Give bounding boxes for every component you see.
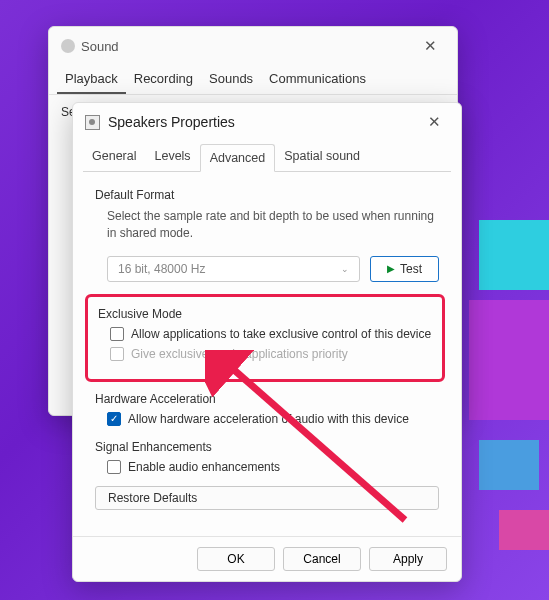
hardware-acceleration-title: Hardware Acceleration bbox=[95, 392, 439, 406]
test-button[interactable]: ▶ Test bbox=[370, 256, 439, 282]
signal-enhancements-title: Signal Enhancements bbox=[95, 440, 439, 454]
tab-advanced[interactable]: Advanced bbox=[200, 144, 276, 172]
priority-checkbox bbox=[110, 347, 124, 361]
tab-levels[interactable]: Levels bbox=[145, 143, 199, 171]
sound-title: Sound bbox=[81, 39, 119, 54]
enable-audio-checkbox[interactable] bbox=[107, 460, 121, 474]
cancel-button[interactable]: Cancel bbox=[283, 547, 361, 571]
sample-rate-dropdown[interactable]: 16 bit, 48000 Hz ⌄ bbox=[107, 256, 360, 282]
speaker-icon bbox=[85, 115, 100, 130]
priority-label: Give exclusive mode applications priorit… bbox=[131, 347, 348, 361]
sample-rate-value: 16 bit, 48000 Hz bbox=[118, 262, 205, 276]
tab-communications[interactable]: Communications bbox=[261, 65, 374, 94]
apply-button[interactable]: Apply bbox=[369, 547, 447, 571]
speakers-tabs: General Levels Advanced Spatial sound bbox=[73, 141, 461, 171]
play-icon: ▶ bbox=[387, 263, 395, 274]
enable-audio-label: Enable audio enhancements bbox=[128, 460, 280, 474]
allow-hw-row[interactable]: Allow hardware acceleration of audio wit… bbox=[107, 412, 439, 426]
test-label: Test bbox=[400, 262, 422, 276]
allow-exclusive-row[interactable]: Allow applications to take exclusive con… bbox=[110, 327, 442, 341]
sound-icon bbox=[61, 39, 75, 53]
tab-spatial-sound[interactable]: Spatial sound bbox=[275, 143, 369, 171]
priority-row: Give exclusive mode applications priorit… bbox=[110, 347, 442, 361]
speakers-titlebar: Speakers Properties ✕ bbox=[73, 103, 461, 141]
exclusive-mode-title: Exclusive Mode bbox=[88, 307, 442, 321]
background-shapes bbox=[459, 160, 549, 540]
default-format-title: Default Format bbox=[95, 188, 439, 202]
ok-button[interactable]: OK bbox=[197, 547, 275, 571]
button-bar: OK Cancel Apply bbox=[73, 536, 461, 581]
tab-sounds[interactable]: Sounds bbox=[201, 65, 261, 94]
exclusive-mode-highlight: Exclusive Mode Allow applications to tak… bbox=[85, 294, 445, 382]
tab-general[interactable]: General bbox=[83, 143, 145, 171]
allow-exclusive-label: Allow applications to take exclusive con… bbox=[131, 327, 431, 341]
advanced-panel: Default Format Select the sample rate an… bbox=[73, 172, 461, 510]
restore-defaults-button[interactable]: Restore Defaults bbox=[95, 486, 439, 510]
tab-recording[interactable]: Recording bbox=[126, 65, 201, 94]
enable-audio-row[interactable]: Enable audio enhancements bbox=[107, 460, 439, 474]
close-icon[interactable]: ✕ bbox=[416, 35, 445, 57]
default-format-desc: Select the sample rate and bit depth to … bbox=[107, 208, 439, 242]
close-icon[interactable]: ✕ bbox=[420, 111, 449, 133]
chevron-down-icon: ⌄ bbox=[341, 264, 349, 274]
speakers-title: Speakers Properties bbox=[108, 114, 235, 130]
tab-playback[interactable]: Playback bbox=[57, 65, 126, 94]
sound-tabs: Playback Recording Sounds Communications bbox=[49, 65, 457, 95]
allow-exclusive-checkbox[interactable] bbox=[110, 327, 124, 341]
sound-titlebar: Sound ✕ bbox=[49, 27, 457, 65]
allow-hw-checkbox[interactable] bbox=[107, 412, 121, 426]
allow-hw-label: Allow hardware acceleration of audio wit… bbox=[128, 412, 409, 426]
speakers-properties-window: Speakers Properties ✕ General Levels Adv… bbox=[72, 102, 462, 582]
